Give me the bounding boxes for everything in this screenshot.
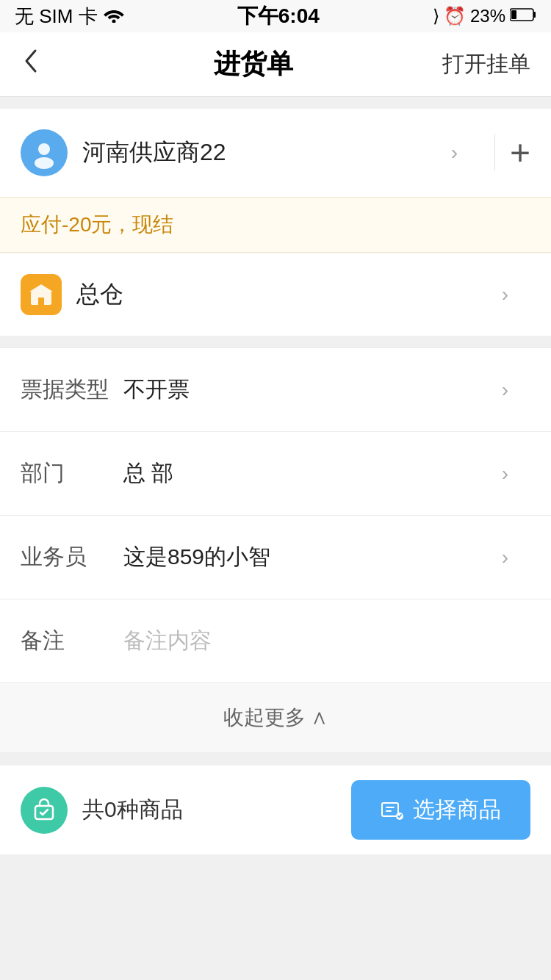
separator-2 [0,336,551,347]
add-supplier-button[interactable]: + [510,135,530,170]
warehouse-chevron-icon: › [502,283,508,306]
page-title: 进货单 [214,46,293,82]
product-footer: 共0种商品 选择商品 [0,765,551,854]
separator-1 [0,97,551,109]
warehouse-row[interactable]: 总仓 › [0,253,551,336]
supplier-name: 河南供应商22 [82,137,451,169]
invoice-type-label: 票据类型 [21,375,116,405]
svg-rect-3 [511,10,516,19]
supplier-section: 河南供应商22 › + 应付-20元，现结 总仓 › [0,109,551,336]
remark-label: 备注 [21,626,116,656]
department-label: 部门 [21,458,116,489]
warehouse-icon [21,274,62,315]
status-time: 下午6:04 [237,2,320,30]
warehouse-name: 总仓 [76,278,502,311]
back-button[interactable] [21,45,65,84]
open-pending-button[interactable]: 打开挂单 [442,49,530,79]
supplier-chevron-icon: › [451,141,458,165]
supplier-row[interactable]: 河南供应商22 › + [0,109,551,197]
payment-notice: 应付-20元，现结 [0,197,551,253]
status-left: 无 SIM 卡 [15,4,124,29]
remark-value[interactable]: 备注内容 [116,626,530,656]
product-icon [21,787,68,834]
svg-point-4 [38,143,50,155]
form-row-department[interactable]: 部门 总 部 › [0,431,551,515]
form-section: 票据类型 不开票 › 部门 总 部 › 业务员 这是859的小智 › 备注 备注… [0,347,551,752]
invoice-type-value: 不开票 [116,375,502,405]
svg-point-5 [35,157,54,169]
salesperson-label: 业务员 [21,542,116,572]
collapse-bar[interactable]: 收起更多 ∧ [0,682,551,752]
product-count: 共0种商品 [82,795,336,825]
department-value: 总 部 [116,458,502,489]
carrier-label: 无 SIM 卡 [15,4,98,29]
form-row-remark[interactable]: 备注 备注内容 [0,599,551,682]
supplier-avatar [21,129,68,176]
battery-icon [510,6,536,26]
salesperson-value: 这是859的小智 [116,542,502,572]
collapse-label: 收起更多 ∧ [223,704,328,732]
form-row-invoice-type[interactable]: 票据类型 不开票 › [0,347,551,431]
department-chevron-icon: › [502,462,508,486]
form-row-salesperson[interactable]: 业务员 这是859的小智 › [0,515,551,599]
svg-marker-7 [29,284,53,292]
status-bar: 无 SIM 卡 下午6:04 ⟩ ⏰ 23% [0,0,551,32]
svg-rect-8 [38,298,44,305]
battery-label: 23% [470,6,505,26]
svg-point-0 [112,19,115,23]
wifi-icon [104,5,124,28]
select-product-button[interactable]: 选择商品 [351,780,530,840]
svg-rect-2 [533,12,536,18]
select-product-label: 选择商品 [413,795,501,825]
separator-3 [0,752,551,764]
alarm-icon: ⏰ [444,6,466,26]
status-right: ⟩ ⏰ 23% [433,6,536,26]
salesperson-chevron-icon: › [502,546,508,569]
nav-bar: 进货单 打开挂单 [0,32,551,97]
page-background [0,854,551,980]
location-icon: ⟩ [433,6,439,26]
divider [494,134,495,171]
invoice-type-chevron-icon: › [502,378,508,402]
svg-rect-10 [382,803,398,816]
